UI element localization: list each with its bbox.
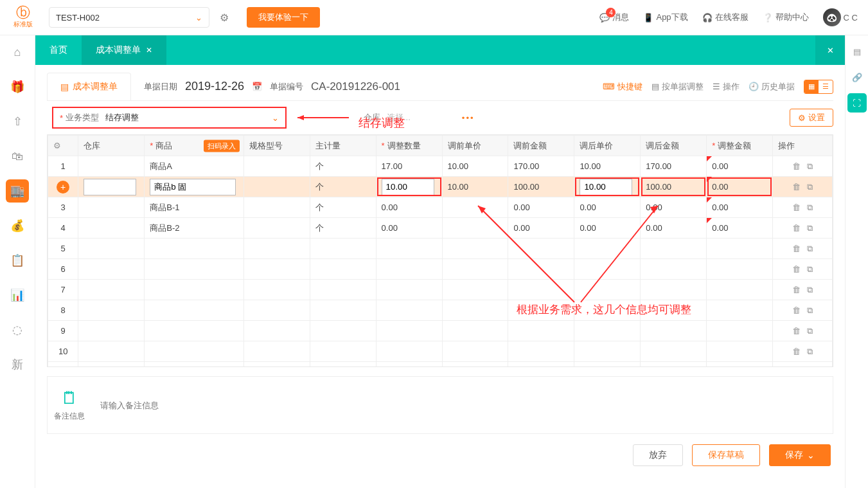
settings-button[interactable]: ⚙ 设置 [790, 109, 833, 127]
save-draft-button[interactable]: 保存草稿 [692, 444, 760, 466]
table-row[interactable]: 10🗑⧉ [48, 341, 833, 362]
delete-row-icon[interactable]: 🗑 [792, 347, 801, 357]
tab-home[interactable]: 首页 [35, 35, 82, 65]
nav-report-icon[interactable]: 📊 [6, 284, 29, 307]
nav-new-icon[interactable]: 新 [6, 353, 29, 376]
copy-row-icon[interactable]: ⧉ [807, 326, 813, 336]
add-row-icon[interactable]: + [57, 181, 69, 194]
th-post-amt[interactable]: 调后金额 [641, 136, 707, 156]
view-list-icon[interactable]: ☰ [819, 80, 833, 93]
table-row[interactable]: 6🗑⧉ [48, 259, 833, 280]
qty-input[interactable] [382, 179, 434, 195]
promo-button[interactable]: 我要体验一下 [247, 7, 320, 28]
user-menu[interactable]: 🐼 C C [823, 8, 858, 26]
tab-cost-adjust[interactable]: 成本调整单 ✕ [82, 35, 166, 65]
th-post-price[interactable]: 调后单价 [574, 136, 641, 156]
customer-service-link[interactable]: 🎧 在线客服 [702, 12, 748, 23]
per-doc-adjust-link[interactable]: ▤按单据调整 [651, 81, 704, 93]
th-qty[interactable]: *调整数量 [376, 136, 442, 156]
delete-row-icon[interactable]: 🗑 [792, 223, 801, 233]
table-row[interactable]: 9🗑⧉ [48, 321, 833, 341]
nav-refresh-icon[interactable]: ◌ [6, 318, 29, 341]
nav-clipboard-icon[interactable]: 📋 [6, 249, 29, 272]
close-all-tabs[interactable]: ✕ [815, 35, 845, 65]
copy-row-icon[interactable]: ⧉ [807, 182, 813, 192]
copy-row-icon[interactable]: ⧉ [807, 347, 813, 357]
th-product[interactable]: *商品扫码录入 [145, 136, 244, 156]
nav-bag-icon[interactable]: 🛍 [6, 145, 29, 168]
company-select[interactable]: TEST-H002 ⌄ [49, 7, 209, 28]
help-center-link[interactable]: ❔ 帮助中心 [763, 12, 809, 23]
delete-row-icon[interactable]: 🗑 [792, 182, 801, 192]
doc-icon2: ▤ [651, 82, 659, 91]
view-toggle[interactable]: ▦ ☰ [804, 80, 833, 94]
delete-row-icon[interactable]: 🗑 [792, 326, 801, 336]
th-adj-amt[interactable]: *调整金额 [707, 136, 773, 156]
th-warehouse[interactable]: 仓库 [78, 136, 145, 156]
copy-row-icon[interactable]: ⧉ [807, 305, 813, 316]
warehouse-input[interactable] [84, 179, 136, 195]
more-dots-icon[interactable]: ••• [462, 113, 475, 123]
nav-money-icon[interactable]: 💰 [6, 214, 29, 237]
nav-warehouse-icon[interactable]: 🏬 [6, 179, 29, 203]
table-row[interactable]: 8🗑⧉ [48, 300, 833, 321]
product-input[interactable] [150, 179, 235, 195]
table-row[interactable]: 5🗑⧉ [48, 239, 833, 259]
no-label: 单据编号 [270, 81, 303, 93]
th-spec[interactable]: 规格型号 [244, 136, 310, 156]
table-row[interactable]: 11🗑⧉ [48, 362, 833, 368]
post-price-input[interactable] [580, 179, 632, 195]
shortcut-link[interactable]: ⌨快捷键 [603, 81, 642, 93]
th-pre-amt[interactable]: 调前金额 [508, 136, 574, 156]
messages-link[interactable]: 💬 4 消息 [599, 12, 629, 23]
th-unit[interactable]: 主计量 [310, 136, 376, 156]
copy-row-icon[interactable]: ⧉ [807, 203, 813, 213]
delete-row-icon[interactable]: 🗑 [792, 285, 801, 295]
operate-link[interactable]: ☰操作 [713, 81, 740, 93]
discard-button[interactable]: 放弃 [633, 444, 683, 466]
business-type-select[interactable]: * 业务类型 结存调整 ⌄ [52, 107, 287, 129]
copy-row-icon[interactable]: ⧉ [807, 285, 813, 295]
delete-row-icon[interactable]: 🗑 [792, 305, 801, 316]
calendar-icon[interactable]: 📅 [252, 82, 262, 91]
delete-row-icon[interactable]: 🗑 [792, 244, 801, 254]
history-link[interactable]: 🕘历史单据 [748, 81, 795, 93]
copy-row-icon[interactable]: ⧉ [807, 367, 813, 368]
delete-row-icon[interactable]: 🗑 [792, 203, 801, 213]
copy-row-icon[interactable]: ⧉ [807, 223, 813, 233]
topbar: ⓑ 标准版 TEST-H002 ⌄ ⚙ 我要体验一下 💬 4 消息 📱 App下… [0, 0, 868, 35]
date-value[interactable]: 2019-12-26 [185, 80, 244, 93]
chevron-down-icon: ⌄ [272, 113, 279, 123]
delete-row-icon[interactable]: 🗑 [792, 264, 801, 275]
save-button[interactable]: 保存⌄ [769, 444, 831, 466]
table-row[interactable]: 3商品B-1个0.000.000.000.000.00🗑⧉ [48, 197, 833, 218]
app-download-link[interactable]: 📱 App下载 [643, 12, 687, 23]
table-row[interactable]: 7🗑⧉ [48, 280, 833, 300]
doc-tab[interactable]: ▤ 成本调整单 [47, 73, 131, 100]
nav-home-icon[interactable]: ⌂ [6, 41, 29, 64]
right-link-icon[interactable]: 🔗 [847, 68, 867, 87]
th-idx[interactable]: ⚙ [48, 136, 78, 156]
table-row[interactable]: 1商品A个17.0010.00170.0010.00170.000.00🗑⧉ [48, 156, 833, 177]
copy-row-icon[interactable]: ⧉ [807, 264, 813, 275]
gear-icon[interactable]: ⚙ [220, 12, 229, 24]
right-expand-icon[interactable]: ⛶ [847, 93, 867, 113]
view-card-icon[interactable]: ▦ [804, 80, 819, 93]
date-label: 单据日期 [144, 81, 177, 93]
nav-gift-icon[interactable]: 🎁 [6, 75, 29, 98]
logo-icon: ⓑ [16, 6, 30, 20]
copy-row-icon[interactable]: ⧉ [807, 244, 813, 254]
close-icon[interactable]: ✕ [146, 46, 152, 55]
nav-house-up-icon[interactable]: ⇧ [6, 110, 29, 133]
remark-section: 🗒 备注信息 [47, 376, 833, 434]
scan-input-badge[interactable]: 扫码录入 [204, 140, 240, 152]
th-pre-price[interactable]: 调前单价 [442, 136, 508, 156]
table-row[interactable]: +个10.00100.00100.000.00🗑⧉ [48, 177, 833, 197]
remark-input[interactable] [100, 401, 826, 410]
copy-row-icon[interactable]: ⧉ [807, 161, 813, 172]
right-notes-icon[interactable]: ▤ [847, 42, 867, 61]
delete-row-icon[interactable]: 🗑 [792, 161, 801, 172]
table-row[interactable]: 4商品B-2个0.000.000.000.000.00🗑⧉ [48, 218, 833, 239]
history-icon: 🕘 [748, 82, 759, 91]
delete-row-icon[interactable]: 🗑 [792, 367, 801, 368]
